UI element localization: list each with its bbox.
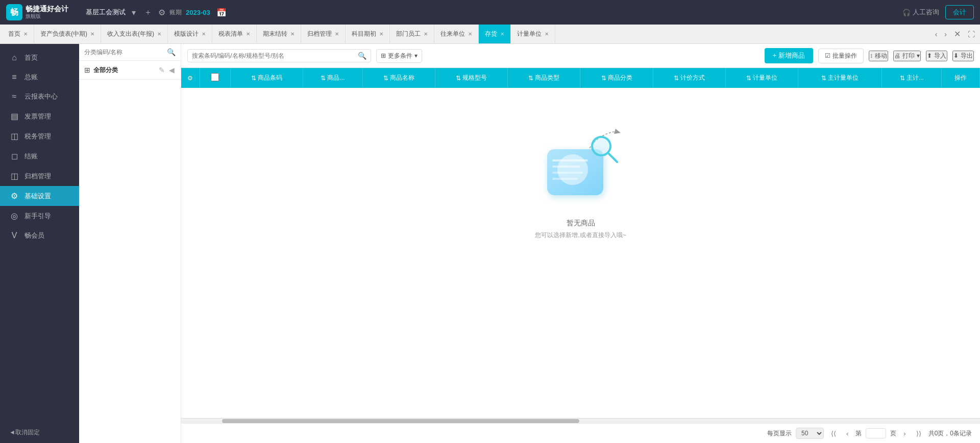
export-icon: ⬇ bbox=[953, 52, 959, 59]
settings-gear-icon[interactable]: ⚙ bbox=[158, 8, 165, 17]
select-all-checkbox[interactable] bbox=[211, 73, 219, 81]
tab-tax-list[interactable]: 税表清单 ✕ bbox=[212, 25, 257, 44]
sidebar-item-invoice[interactable]: ▤ 发票管理 bbox=[0, 106, 79, 126]
empty-illustration bbox=[540, 129, 622, 211]
tab-nav-right[interactable]: › bbox=[941, 29, 950, 39]
headset-icon: 🎧 bbox=[902, 9, 911, 16]
unpin-button[interactable]: ◄取消固定 bbox=[9, 428, 70, 437]
logo-area: 畅 畅捷通好会计 旗舰版 bbox=[6, 4, 78, 20]
th-spec[interactable]: ⇅规格型号 bbox=[435, 68, 507, 88]
tab-counterpart[interactable]: 往来单位 ✕ bbox=[434, 25, 479, 44]
th-main-unit[interactable]: ⇅主计量单位 bbox=[798, 68, 882, 88]
tab-tax-close[interactable]: ✕ bbox=[246, 31, 250, 37]
th-main-count[interactable]: ⇅主计... bbox=[882, 68, 942, 88]
page-number-input[interactable]: 1 bbox=[866, 428, 886, 438]
print-icon: 🖨 bbox=[894, 52, 900, 59]
product-search-bar: 🔍 bbox=[187, 49, 371, 62]
member-icon: V bbox=[9, 231, 19, 240]
sidebar-item-tax[interactable]: ◫ 税务管理 bbox=[0, 126, 79, 146]
sort-icon-unit: ⇅ bbox=[746, 75, 751, 82]
tab-close-all[interactable]: ✕ bbox=[951, 28, 964, 40]
tab-counterpart-close[interactable]: ✕ bbox=[468, 31, 472, 37]
print-button[interactable]: 🖨 打印 ▾ bbox=[893, 51, 921, 61]
th-type[interactable]: ⇅商品类型 bbox=[508, 68, 580, 88]
tab-income-close[interactable]: ✕ bbox=[157, 31, 161, 37]
sidebar-item-settings[interactable]: ⚙ 基础设置 bbox=[0, 186, 79, 206]
tab-archive-close[interactable]: ✕ bbox=[335, 31, 339, 37]
horizontal-scrollbar[interactable] bbox=[181, 418, 980, 423]
logo-icon: 畅 bbox=[6, 4, 22, 20]
move-button[interactable]: ↕ 移动 bbox=[869, 51, 888, 61]
sidebar-item-settlement[interactable]: ◻ 结账 bbox=[0, 146, 79, 166]
tab-inventory[interactable]: 存货 ✕ bbox=[479, 25, 511, 44]
category-search-icon[interactable]: 🔍 bbox=[167, 48, 176, 56]
sidebar-item-guide[interactable]: ◎ 新手引导 bbox=[0, 206, 79, 226]
add-tab-icon[interactable]: ＋ bbox=[144, 7, 152, 18]
svg-line-2 bbox=[608, 153, 617, 162]
tab-dept-close[interactable]: ✕ bbox=[424, 31, 428, 37]
th-barcode[interactable]: ⇅商品条码 bbox=[230, 68, 303, 88]
tab-income[interactable]: 收入支出表(年报) ✕ bbox=[101, 25, 168, 44]
th-category[interactable]: ⇅商品分类 bbox=[580, 68, 653, 88]
next-page-btn[interactable]: › bbox=[900, 429, 909, 438]
pagination-bar: 每页显示 50 100 200 ⟨⟨ ‹ 第 1 页 › ⟩⟩ 共0页，0条记录 bbox=[181, 423, 980, 443]
product-search-input[interactable] bbox=[192, 52, 355, 59]
category-collapse-btn[interactable]: ◀ bbox=[168, 65, 176, 75]
sort-icon-name: ⇅ bbox=[383, 75, 388, 82]
tab-dept-staff[interactable]: 部门员工 ✕ bbox=[390, 25, 434, 44]
batch-icon: ☑ bbox=[825, 52, 830, 59]
sort-icon-barcode: ⇅ bbox=[251, 75, 256, 82]
tab-template-close[interactable]: ✕ bbox=[202, 31, 206, 37]
batch-operation-button[interactable]: ☑ 批量操作 bbox=[818, 49, 864, 63]
first-page-btn[interactable]: ⟨⟨ bbox=[828, 429, 839, 438]
tab-balance-sheet[interactable]: 资产负债表(中期) ✕ bbox=[34, 25, 101, 44]
import-button[interactable]: ⬆ 导入 bbox=[926, 51, 947, 61]
th-price-method[interactable]: ⇅计价方式 bbox=[653, 68, 725, 88]
tab-home-close[interactable]: ✕ bbox=[23, 31, 28, 37]
sort-icon-category: ⇅ bbox=[601, 75, 606, 82]
company-dropdown-icon[interactable]: ▾ bbox=[132, 8, 136, 17]
tab-subject-initial[interactable]: 科目期初 ✕ bbox=[346, 25, 390, 44]
add-product-button[interactable]: + 新增商品 bbox=[765, 48, 813, 63]
empty-desc: 您可以选择新增,或者直接导入哦~ bbox=[535, 231, 626, 240]
tab-inventory-close[interactable]: ✕ bbox=[500, 31, 504, 37]
content-inner: 🔍 ⊞ 全部分类 ✎ ◀ 🔍 bbox=[79, 44, 980, 443]
th-unit[interactable]: ⇅计量单位 bbox=[725, 68, 798, 88]
sidebar-item-reports[interactable]: ≈ 云报表中心 bbox=[0, 87, 79, 106]
th-code[interactable]: ⇅商品... bbox=[303, 68, 362, 88]
sidebar-item-general-ledger[interactable]: ≡ 总账 bbox=[0, 67, 79, 87]
sidebar-item-member[interactable]: V 畅会员 bbox=[0, 226, 79, 245]
account-button[interactable]: 会计 bbox=[945, 5, 974, 19]
prev-page-btn[interactable]: ‹ bbox=[843, 429, 851, 438]
tab-expand[interactable]: ⛶ bbox=[965, 29, 978, 39]
table-settings-icon[interactable]: ⚙ bbox=[181, 68, 200, 88]
settlement-icon: ◻ bbox=[9, 151, 19, 161]
per-page-select[interactable]: 50 100 200 bbox=[796, 428, 824, 439]
th-name[interactable]: ⇅商品名称 bbox=[362, 68, 435, 88]
filter-button[interactable]: ⊞ 更多条件 ▾ bbox=[376, 49, 422, 63]
category-search-input[interactable] bbox=[84, 49, 164, 56]
last-page-btn[interactable]: ⟩⟩ bbox=[913, 429, 924, 438]
tab-balance-close[interactable]: ✕ bbox=[90, 31, 94, 37]
export-button[interactable]: ⬇ 导出 bbox=[952, 51, 974, 61]
sort-icon-price: ⇅ bbox=[674, 75, 679, 82]
sidebar-item-home[interactable]: ⌂ 首页 bbox=[0, 48, 79, 67]
tab-nav-left[interactable]: ‹ bbox=[932, 29, 941, 39]
tab-unit[interactable]: 计量单位 ✕ bbox=[511, 25, 555, 44]
filter-icon: ⊞ bbox=[381, 52, 386, 59]
tab-period-carry[interactable]: 期末结转 ✕ bbox=[257, 25, 301, 44]
tab-template[interactable]: 模版设计 ✕ bbox=[168, 25, 212, 44]
category-edit-btn[interactable]: ✎ bbox=[158, 65, 166, 75]
tab-subject-close[interactable]: ✕ bbox=[379, 31, 383, 37]
calendar-icon[interactable]: 📅 bbox=[216, 8, 227, 17]
customer-service-btn[interactable]: 🎧 人工咨询 bbox=[902, 8, 939, 17]
tab-bar: 首页 ✕ 资产负债表(中期) ✕ 收入支出表(年报) ✕ 模版设计 ✕ 税表清单… bbox=[0, 25, 980, 44]
tab-unit-close[interactable]: ✕ bbox=[545, 31, 549, 37]
tab-home[interactable]: 首页 ✕ bbox=[2, 25, 34, 44]
toolbar: 🔍 ⊞ 更多条件 ▾ + 新增商品 ☑ 批量操作 ↕ bbox=[181, 44, 980, 68]
search-bar-icon[interactable]: 🔍 bbox=[358, 52, 366, 60]
scroll-thumb[interactable] bbox=[222, 419, 579, 423]
tab-archive[interactable]: 归档管理 ✕ bbox=[301, 25, 346, 44]
tab-period-close[interactable]: ✕ bbox=[290, 31, 295, 37]
sidebar-item-archive[interactable]: ◫ 归档管理 bbox=[0, 166, 79, 186]
